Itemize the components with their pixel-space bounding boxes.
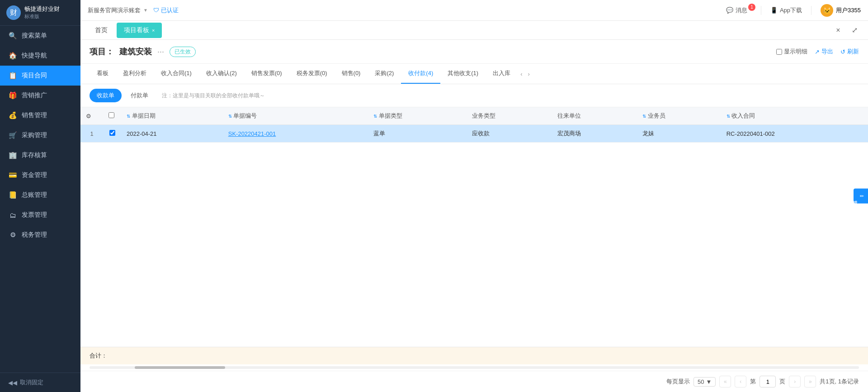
tab-project-board[interactable]: 项目看板 ×	[117, 23, 162, 38]
sidebar-item-purchase[interactable]: 🛒 采购管理	[0, 125, 80, 145]
row-number[interactable]: SK-20220421-001	[223, 125, 368, 143]
type-col-header[interactable]: ⇅ 单据类型	[368, 107, 467, 125]
row-number-link[interactable]: SK-20220421-001	[228, 130, 276, 137]
per-page-select[interactable]: 50 ▼	[693, 377, 716, 387]
tab-close-icon[interactable]: ×	[152, 28, 155, 33]
number-col-header[interactable]: ⇅ 单据编号	[223, 107, 368, 125]
table-row[interactable]: 1 2022-04-21 SK-20220421-001 蓝单 应收款 宏茂商场…	[80, 125, 868, 143]
nav-tab-sales-invoice[interactable]: 销售发票(0)	[244, 64, 289, 84]
sidebar-item-funds[interactable]: 💳 资金管理	[0, 165, 80, 185]
tab-home[interactable]: 首页	[88, 23, 115, 38]
nav-tab-payment[interactable]: 收付款(4)	[401, 64, 440, 84]
sort-icon: ⇅	[373, 114, 377, 119]
app-name-block: 畅捷通好业财 标准版	[24, 5, 60, 20]
app-download-button[interactable]: 📱 App下载	[770, 6, 802, 14]
export-label: 导出	[821, 48, 833, 56]
sidebar-item-invoice[interactable]: 🗂 发票管理	[0, 205, 80, 225]
business-type-col-header: 业务类型	[467, 107, 552, 125]
nav-tab-tax-invoice[interactable]: 税务发票(0)	[289, 64, 335, 84]
nav-tab-purchase[interactable]: 采购(2)	[368, 64, 401, 84]
marketing-icon: 🎁	[8, 91, 17, 100]
nav-tab-warehouse[interactable]: 出入库	[486, 64, 518, 84]
nav-tab-sales[interactable]: 销售(0)	[335, 64, 368, 84]
contract-icon: 📋	[8, 72, 17, 80]
row-income-contract: RC-20220401-002	[721, 125, 868, 143]
more-options-icon[interactable]: ···	[157, 47, 164, 57]
first-page-button[interactable]: «	[719, 376, 731, 387]
income-contract-col-header[interactable]: ⇅ 收入合同	[721, 107, 868, 125]
refresh-button[interactable]: ↺ 刷新	[840, 48, 859, 56]
nav-tab-income-recognition[interactable]: 收入确认(2)	[199, 64, 244, 84]
feedback-button[interactable]: ✏ 反馈	[854, 189, 868, 204]
scrollbar-thumb[interactable]	[135, 366, 225, 369]
tab-home-label: 首页	[95, 26, 108, 34]
messages-button[interactable]: 💬 消息 1	[726, 6, 752, 14]
sub-tab-note: 注：这里是与项目关联的全部收付款单哦～	[162, 92, 265, 100]
maximize-window-button[interactable]: ⤢	[848, 24, 861, 37]
next-page-button[interactable]: ›	[789, 376, 801, 387]
sidebar-unpin-button[interactable]: ◀◀ 取消固定	[0, 373, 80, 392]
sub-tab-receipt[interactable]: 收款单	[90, 89, 122, 102]
horizontal-scrollbar[interactable]	[80, 364, 868, 371]
show-detail-checkbox[interactable]: 显示明细	[776, 48, 807, 56]
message-count-badge: 1	[748, 4, 755, 11]
sidebar-item-quicknav[interactable]: 🏠 快捷导航	[0, 46, 80, 66]
user-menu[interactable]: 🐱 用户3355	[821, 4, 861, 17]
account-selector[interactable]: 新服务官网演示账套 ▼	[88, 6, 148, 14]
data-table: ⚙ ⇅ 单据日期 ⇅ 单据编号	[80, 107, 868, 143]
sidebar-item-sales[interactable]: 💰 销售管理	[0, 105, 80, 125]
mobile-icon: 📱	[770, 7, 778, 14]
topbar-left: 新服务官网演示账套 ▼ 🛡 已认证	[88, 6, 726, 14]
per-page-value: 50	[698, 378, 704, 385]
last-page-button[interactable]: »	[804, 376, 816, 387]
topbar: 新服务官网演示账套 ▼ 🛡 已认证 💬 消息 1 📱 App下载 🐱 用	[80, 0, 868, 21]
sidebar-item-label: 税务管理	[22, 231, 47, 239]
topbar-right: 💬 消息 1 📱 App下载 🐱 用户3355	[726, 4, 861, 17]
project-header: 项目： 建筑安装 ··· 已生效 显示明细 ↗ 导出 ↺ 刷新	[80, 40, 868, 64]
row-checkbox-cell[interactable]	[103, 125, 121, 143]
row-partner: 宏茂商场	[552, 125, 637, 143]
nav-tabs: 看板 盈利分析 收入合同(1) 收入确认(2) 销售发票(0) 税务发票(0) …	[80, 64, 868, 84]
close-window-button[interactable]: ×	[832, 24, 844, 37]
page-number-input[interactable]	[760, 376, 776, 387]
sidebar-item-marketing[interactable]: 🎁 营销推广	[0, 86, 80, 105]
settings-col-header[interactable]: ⚙	[80, 107, 103, 125]
total-label: 合计：	[90, 352, 107, 360]
sort-icon: ⇅	[642, 114, 646, 119]
tabbar-actions: × ⤢	[832, 24, 861, 37]
sidebar-item-tax[interactable]: ⚙ 税务管理	[0, 225, 80, 245]
show-detail-input[interactable]	[776, 49, 782, 55]
row-checkbox[interactable]	[109, 130, 115, 136]
nav-tab-board[interactable]: 看板	[90, 64, 116, 84]
sidebar-item-inventory[interactable]: 🏢 库存核算	[0, 145, 80, 165]
row-salesperson: 龙妹	[637, 125, 721, 143]
funds-icon: 💳	[8, 171, 17, 179]
partner-col-header: 往来单位	[552, 107, 637, 125]
nav-tab-prev-arrow[interactable]: ‹	[518, 65, 525, 83]
nav-tab-income-contract[interactable]: 收入合同(1)	[154, 64, 199, 84]
page-suffix: 页	[779, 378, 785, 386]
main-area: 新服务官网演示账套 ▼ 🛡 已认证 💬 消息 1 📱 App下载 🐱 用	[80, 0, 868, 392]
sidebar-scroll: 🔍 搜索菜单 🏠 快捷导航 📋 项目合同 🎁 营销推广 💰 销售管理 🛒 采购管…	[0, 26, 80, 373]
nav-tab-other-income[interactable]: 其他收支(1)	[440, 64, 486, 84]
date-col-header[interactable]: ⇅ 单据日期	[121, 107, 223, 125]
page-label: 第	[750, 378, 756, 386]
salesperson-col-header[interactable]: ⇅ 业务员	[637, 107, 721, 125]
message-icon: 💬	[726, 7, 733, 14]
sidebar-item-projects[interactable]: 📋 项目合同	[0, 66, 80, 86]
sub-tab-payment[interactable]: 付款单	[123, 89, 156, 102]
messages-label: 消息	[736, 6, 747, 14]
nav-tab-next-arrow[interactable]: ›	[525, 65, 532, 83]
select-all-checkbox[interactable]	[108, 112, 114, 118]
prev-page-button[interactable]: ‹	[735, 376, 746, 387]
sort-icon: ⇅	[228, 114, 232, 119]
sidebar-item-ledger[interactable]: 📒 总账管理	[0, 185, 80, 205]
nav-tab-profit[interactable]: 盈利分析	[116, 64, 154, 84]
refresh-label: 刷新	[847, 48, 859, 56]
avatar: 🐱	[821, 4, 833, 17]
app-logo-icon: 财	[6, 5, 21, 20]
search-icon: 🔍	[8, 32, 17, 40]
project-name: 建筑安装	[119, 46, 152, 57]
export-button[interactable]: ↗ 导出	[815, 48, 833, 56]
sidebar-item-search[interactable]: 🔍 搜索菜单	[0, 26, 80, 46]
